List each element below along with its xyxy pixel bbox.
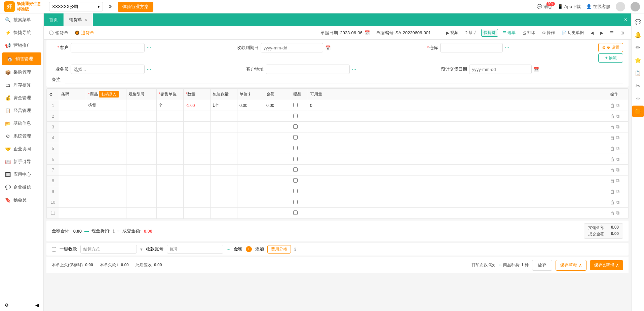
save-draft-button[interactable]: 保存草稿 ∧	[556, 260, 586, 271]
salesperson-dots[interactable]: ···	[147, 66, 151, 72]
cell-product[interactable]: 拣货	[86, 100, 126, 111]
note-input[interactable]	[65, 76, 623, 83]
salesperson-input[interactable]	[71, 65, 145, 74]
settings-button[interactable]: ⚙ ⚙ 设置	[598, 43, 623, 52]
sidebar-item-tutorial[interactable]: 📖 新手引导	[0, 155, 43, 168]
tab-sales-order[interactable]: 销货单 ×	[64, 13, 93, 26]
copy-btn[interactable]: ⧉	[616, 199, 619, 205]
settings-icon-btn[interactable]: ⚙	[106, 2, 115, 11]
operations-btn[interactable]: ⚙ 操作	[540, 29, 557, 36]
sidebar-item-inventory[interactable]: 🗃 库存核算	[0, 79, 43, 91]
gift-checkbox[interactable]	[293, 157, 298, 161]
gift-checkbox[interactable]	[293, 103, 298, 107]
gift-checkbox[interactable]	[293, 114, 298, 118]
cell-qty[interactable]: -1.00	[184, 100, 211, 111]
trial-button[interactable]: 体验行业方案	[118, 2, 153, 12]
delete-btn[interactable]: 🗑	[610, 178, 615, 184]
addr-dots[interactable]: ···	[352, 66, 356, 72]
copy-btn[interactable]: ⧉	[616, 156, 619, 162]
copy-btn[interactable]: ⧉	[616, 103, 619, 108]
delete-btn[interactable]: 🗑	[610, 146, 615, 151]
product-types-label[interactable]: ⊙	[498, 263, 502, 267]
gift-checkbox[interactable]	[293, 210, 298, 215]
sidebar-item-marketing[interactable]: 📢 营销推广	[0, 39, 43, 52]
radio-sale-input[interactable]	[49, 31, 53, 35]
company-selector[interactable]: XXXXXX公司 ▾	[49, 2, 103, 11]
delete-btn[interactable]: 🗑	[610, 114, 615, 119]
warehouse-dots[interactable]: ···	[505, 45, 509, 51]
customer-dots[interactable]: ···	[147, 45, 151, 51]
copy-btn[interactable]: ⧉	[616, 167, 619, 173]
sidebar-item-basic[interactable]: 📂 基础信息	[0, 117, 43, 130]
cell-amount[interactable]: 0.00	[264, 100, 291, 111]
delivery-calendar-icon[interactable]: 📅	[534, 67, 539, 72]
sidebar-item-finance[interactable]: 💰 资金管理	[0, 91, 43, 104]
nav-prev-btn[interactable]: ◀	[589, 30, 596, 36]
select-btn[interactable]: ☰ 选单	[501, 29, 518, 36]
account-dots[interactable]: ···	[227, 247, 230, 252]
delivery-date-input[interactable]	[469, 65, 532, 74]
side-panel-scissors[interactable]: ✂	[632, 80, 644, 91]
video-btn[interactable]: ▶ 视频	[444, 29, 460, 36]
sidebar-item-appcenter[interactable]: 🔲 应用中心	[0, 168, 43, 181]
list-view-btn1[interactable]: ☰	[608, 30, 616, 36]
online-service-btn[interactable]: 👤 在线客服	[586, 4, 610, 10]
history-btn[interactable]: 📄 历史单据	[560, 29, 586, 36]
radio-sale[interactable]: 销货单	[49, 30, 68, 36]
help-btn[interactable]: ? 帮助	[463, 29, 479, 36]
delete-btn[interactable]: 🗑	[610, 157, 615, 162]
copy-btn[interactable]: ⧉	[616, 210, 619, 216]
cell-spec[interactable]	[126, 100, 157, 111]
nav-next-btn[interactable]: ▶	[598, 30, 605, 36]
calendar-icon[interactable]: 📅	[365, 30, 370, 35]
warehouse-input[interactable]: 建材仓	[440, 43, 503, 52]
logistics-button[interactable]: + + 物流	[598, 53, 623, 63]
copy-btn[interactable]: ⧉	[616, 189, 619, 194]
copy-btn[interactable]: ⧉	[616, 135, 619, 141]
expense-info-icon[interactable]: ℹ	[294, 247, 296, 252]
account-input[interactable]	[167, 245, 223, 254]
side-panel-chat[interactable]: 💬	[632, 16, 644, 28]
cash-discount-info-icon[interactable]: ℹ	[113, 229, 115, 234]
sidebar-item-membership[interactable]: 🔖 畅会员	[0, 194, 43, 206]
abandon-button[interactable]: 放弃	[532, 260, 552, 271]
customer-input[interactable]	[71, 43, 145, 52]
gift-checkbox[interactable]	[293, 167, 298, 172]
cell-price[interactable]: 0.00	[237, 100, 264, 111]
settlement-chevron-icon[interactable]: ▾	[140, 247, 143, 252]
expense-split-button[interactable]: 费用分摊	[267, 245, 291, 254]
close-icon[interactable]: ×	[624, 17, 627, 23]
sidebar-item-wechat[interactable]: 💬 企业微信	[0, 181, 43, 194]
sidebar-settings-icon[interactable]: ⚙	[5, 303, 9, 308]
gift-checkbox[interactable]	[293, 189, 298, 193]
side-panel-edit[interactable]: ✏	[632, 42, 644, 53]
shortcut-btn[interactable]: 快捷键	[481, 29, 498, 37]
add-button[interactable]: +	[246, 246, 252, 252]
app-download-btn[interactable]: 📱 App下载	[558, 4, 581, 10]
customer-addr-input[interactable]	[266, 65, 350, 74]
side-panel-star[interactable]: ⭐	[632, 54, 644, 66]
cell-unit[interactable]: 个	[157, 100, 184, 111]
delete-btn[interactable]: 🗑	[610, 200, 615, 205]
sidebar-item-enterprise[interactable]: 🤝 企业协同	[0, 143, 43, 155]
sidebar-collapse-icon[interactable]: ◀	[35, 303, 39, 308]
side-panel-bell[interactable]: 🔔	[632, 29, 644, 40]
tab-close-icon[interactable]: ×	[85, 17, 87, 22]
col-settings[interactable]: ⚙	[47, 89, 59, 100]
radio-return[interactable]: 退货单	[75, 30, 94, 36]
scan-button[interactable]: 扫码录入	[99, 91, 119, 98]
delete-btn[interactable]: 🗑	[610, 135, 615, 141]
cell-barcode[interactable]	[59, 100, 86, 111]
delete-btn[interactable]: 🗑	[610, 124, 615, 130]
avatar[interactable]	[616, 2, 625, 11]
delete-btn[interactable]: 🗑	[610, 189, 615, 194]
gift-checkbox[interactable]	[293, 178, 298, 183]
gift-checkbox[interactable]	[293, 124, 298, 129]
sidebar-item-management[interactable]: 📋 经营管理	[0, 104, 43, 117]
settlement-method-input[interactable]	[80, 245, 137, 254]
delete-btn[interactable]: 🗑	[610, 210, 615, 216]
sidebar-item-system[interactable]: ⚙ 系统管理	[0, 130, 43, 143]
copy-btn[interactable]: ⧉	[616, 124, 619, 130]
list-view-btn2[interactable]: ⊞	[618, 30, 626, 36]
print-btn[interactable]: 🖨 打印	[520, 29, 537, 36]
